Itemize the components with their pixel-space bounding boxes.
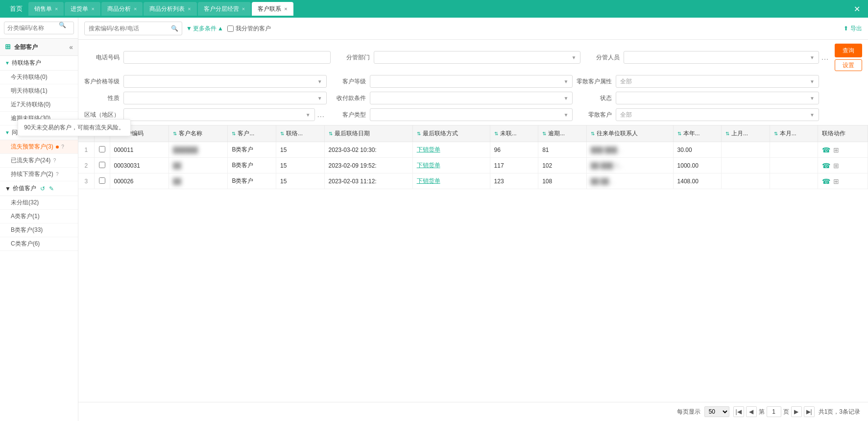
tab-customer-contact[interactable]: 客户联系 × <box>252 2 293 16</box>
sidebar-group-header-value[interactable]: ▼ 价值客户 ↺ ✎ <box>0 181 78 196</box>
tab-purchase[interactable]: 进货单 × <box>65 2 100 16</box>
question-icon: ? <box>61 144 64 149</box>
more-actions-icon[interactable]: ⊞ <box>833 146 839 154</box>
close-icon[interactable]: × <box>284 6 287 12</box>
last-contact-method[interactable]: 下销货单 <box>412 158 490 173</box>
sidebar-item-class-c[interactable]: C类客户(6) <box>0 237 78 251</box>
settings-button[interactable]: 设置 <box>835 59 862 71</box>
close-icon[interactable]: × <box>91 6 94 12</box>
th-name[interactable]: ⇅客户名称 <box>169 125 227 142</box>
th-overdue[interactable]: ⇅逾期... <box>538 125 587 142</box>
page-number-input[interactable] <box>767 406 781 417</box>
sidebar-item-churned[interactable]: 已流失客户(24) ? <box>0 154 78 168</box>
sort-icon: ⇅ <box>774 131 778 136</box>
filter-customer-type-select[interactable]: ▼ <box>370 108 573 121</box>
th-this-year[interactable]: ⇅本年... <box>673 125 722 142</box>
th-no-contact[interactable]: ⇅未联... <box>490 125 538 142</box>
more-actions-icon[interactable]: ⊞ <box>833 177 839 185</box>
close-icon[interactable]: × <box>134 6 137 12</box>
close-icon[interactable]: × <box>188 6 191 12</box>
row-checkbox[interactable] <box>99 146 105 152</box>
th-contact[interactable]: ⇅联络... <box>276 125 324 142</box>
my-customers-checkbox[interactable] <box>227 25 234 32</box>
sidebar-item-class-a[interactable]: A类客户(1) <box>0 210 78 223</box>
sidebar-item-7days[interactable]: 近7天待联络(0) <box>0 98 78 112</box>
sidebar-item-today[interactable]: 今天待联络(0) <box>0 71 78 84</box>
th-unit-contact[interactable]: ⇅往来单位联系人 <box>586 125 673 142</box>
row-checkbox-cell[interactable] <box>94 158 110 173</box>
filter-payment-select[interactable]: ▼ <box>370 92 573 104</box>
query-btn-group: 查询 设置 <box>835 44 862 71</box>
filter-status-select[interactable]: ▼ <box>616 92 819 104</box>
home-tab[interactable]: 首页 <box>4 4 28 13</box>
filter-retail-customer-select[interactable]: 全部 ▼ <box>616 108 819 121</box>
row-checkbox[interactable] <box>99 177 105 184</box>
chevron-down-icon: ▼ <box>810 112 815 118</box>
contact-icon[interactable]: ☎ <box>822 146 830 154</box>
row-checkbox-cell[interactable] <box>94 142 110 158</box>
th-this-month[interactable]: ⇅本月... <box>770 125 818 142</box>
search-input[interactable] <box>84 22 182 35</box>
sidebar-item-churn-warning[interactable]: 流失预警客户(3) ? <box>0 140 78 154</box>
query-button[interactable]: 查询 <box>835 44 862 57</box>
row-checkbox-cell[interactable] <box>94 173 110 189</box>
refresh-icon[interactable]: ↺ <box>40 185 45 192</box>
chevron-down-icon: ▼ <box>810 96 815 101</box>
filter-region-more-icon[interactable]: … <box>315 110 327 119</box>
filter-person-select[interactable]: ▼ <box>624 51 819 64</box>
filter-customer-level-select[interactable]: ▼ <box>370 75 573 88</box>
all-customers-item[interactable]: ⊞ 全部客户 « <box>0 39 78 56</box>
th-last-month[interactable]: ⇅上月... <box>722 125 770 142</box>
contact-icon[interactable]: ☎ <box>822 177 830 185</box>
prev-page-button[interactable]: ◀ <box>746 406 757 417</box>
filter-more-icon[interactable]: … <box>819 53 831 62</box>
more-conditions-button[interactable]: ▼ 更多条件 ▲ <box>186 25 223 33</box>
edit-icon[interactable]: ✎ <box>49 185 54 192</box>
customer-code: 000026 <box>110 173 169 189</box>
filter-retail-attr-select[interactable]: 全部 ▼ <box>616 75 819 88</box>
filter-region-select[interactable]: ▼ <box>123 108 315 121</box>
table-row: 2 00030031 ██ B类客户 15 2023-02-09 19:52: … <box>78 158 868 173</box>
sidebar-item-class-b[interactable]: B类客户(33) <box>0 223 78 237</box>
filter-phone-input[interactable] <box>123 51 331 64</box>
my-customers-checkbox-wrap[interactable]: 我分管的客户 <box>227 25 271 33</box>
close-icon[interactable]: × <box>55 6 58 12</box>
pagination: 每页显示 50 100 200 |◀ ◀ 第 页 ▶ ▶| 共1页，3条记录 <box>78 402 868 421</box>
arrow-icon: ▼ <box>5 60 10 66</box>
filter-icon: ▼ <box>186 25 192 32</box>
export-button[interactable]: ⬆ 导出 <box>844 25 862 33</box>
sidebar-item-ungroup[interactable]: 未分组(32) <box>0 196 78 210</box>
tab-customer-tier[interactable]: 客户分层经营 × <box>198 2 251 16</box>
close-icon[interactable]: × <box>242 6 245 12</box>
filter-panel: 电话号码 分管部门 ▼ 分管人员 ▼ … <box>78 40 868 125</box>
last-page-button[interactable]: ▶| <box>804 406 815 417</box>
th-type[interactable]: ⇅客户... <box>228 125 276 142</box>
first-page-button[interactable]: |◀ <box>733 406 744 417</box>
sidebar-item-tomorrow[interactable]: 明天待联络(1) <box>0 84 78 98</box>
tab-product-analysis[interactable]: 商品分析 × <box>101 2 143 16</box>
sidebar-item-declining[interactable]: 持续下滑客户(2) ? <box>0 168 78 181</box>
row-checkbox[interactable] <box>99 162 105 168</box>
tab-sales[interactable]: 销售单 × <box>28 2 64 16</box>
sidebar-group-header-pending[interactable]: ▼ 待联络客户 <box>0 56 78 71</box>
row-number: 2 <box>78 158 94 173</box>
more-actions-icon[interactable]: ⊞ <box>833 162 839 170</box>
close-all-button[interactable]: ✕ <box>850 4 864 14</box>
tab-product-list[interactable]: 商品分析列表 × <box>144 2 196 16</box>
search-icon[interactable]: 🔍 <box>171 25 178 32</box>
filter-nature-select[interactable]: ▼ <box>123 92 327 104</box>
top-tab-bar: 首页 销售单 × 进货单 × 商品分析 × 商品分析列表 × 客户分层经营 × … <box>0 0 868 18</box>
last-contact-method[interactable]: 下销货单 <box>412 142 490 158</box>
th-last-date[interactable]: ⇅最后联络日期 <box>324 125 412 142</box>
filter-status: 状态 ▼ <box>577 92 819 104</box>
filter-region-label: 区域（地区） <box>84 111 123 119</box>
filter-customer-level: 客户等级 ▼ <box>331 75 573 88</box>
next-page-button[interactable]: ▶ <box>791 406 802 417</box>
main-layout: 🔍 ⊞ 全部客户 « ▼ 待联络客户 今天待联络(0) 明天待联络(1) 近7天… <box>0 18 868 421</box>
filter-dept-select[interactable]: ▼ <box>374 51 581 64</box>
filter-price-level-select[interactable]: ▼ <box>123 75 327 88</box>
per-page-select[interactable]: 50 100 200 <box>704 406 729 417</box>
last-contact-method[interactable]: 下销货单 <box>412 173 490 189</box>
contact-icon[interactable]: ☎ <box>822 162 830 170</box>
th-last-method[interactable]: ⇅最后联络方式 <box>412 125 490 142</box>
